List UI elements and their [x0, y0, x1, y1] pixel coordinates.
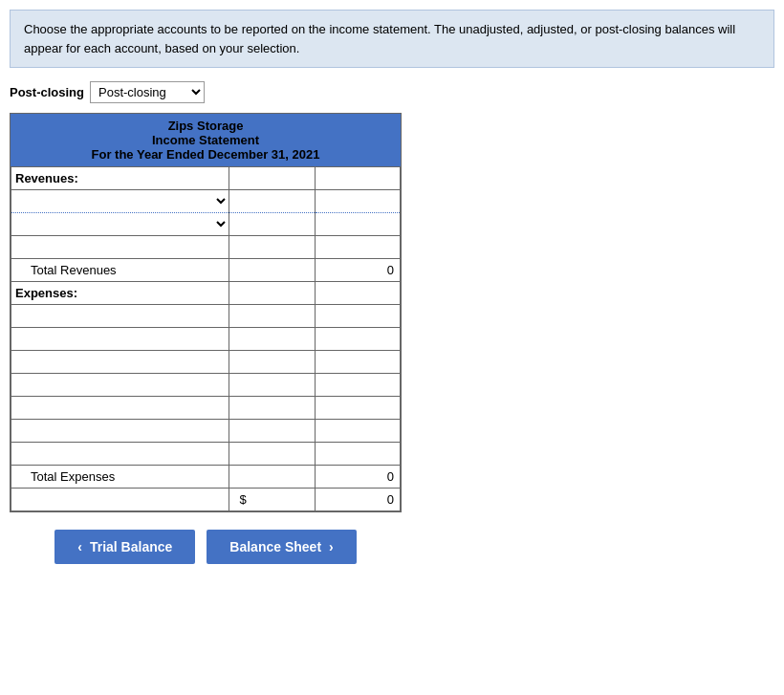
expense-account-2[interactable] — [11, 328, 229, 351]
revenue-row-2[interactable] — [11, 213, 401, 236]
revenue-amount1-2[interactable] — [229, 213, 315, 236]
expense-amount-input1-5[interactable] — [229, 397, 314, 419]
expense-row-7[interactable] — [11, 443, 401, 466]
expense-account-3[interactable] — [11, 351, 229, 374]
total-expenses-value: 0 — [315, 466, 400, 489]
instruction-box: Choose the appropriate accounts to be re… — [10, 10, 774, 68]
expense-amount1-6[interactable] — [229, 420, 315, 443]
expense-row-2[interactable] — [11, 328, 401, 351]
statement-period: For the Year Ended December 31, 2021 — [14, 147, 397, 162]
revenues-col1 — [229, 167, 315, 190]
balance-sheet-button[interactable]: Balance Sheet › — [207, 530, 356, 564]
revenue-account-select-2[interactable] — [11, 213, 229, 236]
expense-amount-input1-2[interactable] — [229, 328, 314, 350]
revenue-spacer-row — [11, 236, 401, 259]
revenue-amount-input1-2[interactable] — [229, 213, 314, 235]
expense-row-4[interactable] — [11, 374, 401, 397]
expense-account-7[interactable] — [11, 443, 229, 466]
expense-row-6[interactable] — [11, 420, 401, 443]
filter-row: Post-closing Unadjusted Adjusted Post-cl… — [10, 81, 774, 103]
expense-amount-input1-1[interactable] — [229, 305, 314, 327]
expense-amount-input1-3[interactable] — [229, 351, 314, 373]
revenue-row-1[interactable] — [11, 190, 401, 213]
expense-row-5[interactable] — [11, 397, 401, 420]
expense-account-6[interactable] — [11, 420, 229, 443]
total-revenues-label: Total Revenues — [11, 259, 229, 282]
expense-input-6[interactable] — [11, 420, 229, 442]
income-statement: Zips Storage Income Statement For the Ye… — [10, 113, 402, 512]
expense-amount2-7[interactable] — [315, 443, 400, 466]
expense-input-3[interactable] — [11, 351, 229, 373]
balance-type-select[interactable]: Unadjusted Adjusted Post-closing — [90, 81, 205, 103]
expense-amount1-7[interactable] — [229, 443, 315, 466]
expense-amount-input1-4[interactable] — [229, 374, 314, 396]
expense-amount-input2-7[interactable] — [316, 443, 400, 465]
revenue-account-select-1[interactable] — [11, 190, 229, 213]
expense-amount2-2[interactable] — [315, 328, 400, 351]
total-revenues-value: 0 — [315, 259, 400, 282]
expense-amount1-4[interactable] — [229, 374, 315, 397]
expense-amount2-5[interactable] — [315, 397, 400, 420]
revenue-amount2-2[interactable] — [315, 213, 400, 236]
revenue-amount-input1-1[interactable] — [229, 190, 314, 212]
next-icon: › — [329, 539, 334, 554]
expense-account-5[interactable] — [11, 397, 229, 420]
revenues-label: Revenues: — [11, 167, 229, 190]
expense-amount-input1-6[interactable] — [229, 420, 314, 442]
expense-input-7[interactable] — [11, 443, 229, 465]
net-income-dollar-cell: $ — [229, 489, 315, 511]
expenses-label: Expenses: — [11, 282, 229, 305]
total-expenses-col1 — [229, 466, 315, 489]
statement-title: Income Statement — [14, 133, 397, 147]
trial-balance-label: Trial Balance — [90, 539, 172, 554]
net-income-label-cell[interactable] — [11, 489, 229, 511]
expense-amount1-5[interactable] — [229, 397, 315, 420]
net-income-value: 0 — [315, 489, 400, 511]
dropdown-label: Post-closing — [10, 85, 84, 99]
total-expenses-row: Total Expenses 0 — [11, 466, 401, 489]
balance-sheet-label: Balance Sheet — [229, 539, 321, 554]
expenses-section-row: Expenses: — [11, 282, 401, 305]
expense-amount-input1-7[interactable] — [229, 443, 314, 465]
net-income-row: $ 0 — [11, 489, 401, 511]
expense-amount-input2-4[interactable] — [316, 374, 400, 396]
trial-balance-button[interactable]: ‹ Trial Balance — [54, 530, 195, 564]
revenue-amount-input2-2[interactable] — [316, 213, 400, 235]
expense-row-1[interactable] — [11, 305, 401, 328]
revenues-section-row: Revenues: — [11, 167, 401, 190]
expense-amount2-4[interactable] — [315, 374, 400, 397]
expense-input-4[interactable] — [11, 374, 229, 396]
prev-icon: ‹ — [77, 539, 82, 554]
net-income-label-input[interactable] — [11, 489, 229, 510]
expense-input-1[interactable] — [11, 305, 229, 327]
nav-buttons: ‹ Trial Balance Balance Sheet › — [10, 530, 402, 564]
revenue-amount-input2-1[interactable] — [316, 190, 400, 212]
expense-amount2-3[interactable] — [315, 351, 400, 374]
expense-amount1-2[interactable] — [229, 328, 315, 351]
expense-input-5[interactable] — [11, 397, 229, 419]
expense-amount-input2-5[interactable] — [316, 397, 400, 419]
total-revenues-row: Total Revenues 0 — [11, 259, 401, 282]
expense-account-4[interactable] — [11, 374, 229, 397]
expense-amount-input2-6[interactable] — [316, 420, 400, 442]
revenue-account-dropdown-1[interactable] — [11, 190, 229, 212]
expense-amount1-1[interactable] — [229, 305, 315, 328]
statement-header: Zips Storage Income Statement For the Ye… — [11, 114, 401, 166]
instruction-text: Choose the appropriate accounts to be re… — [24, 22, 735, 55]
company-name: Zips Storage — [14, 119, 397, 133]
expense-row-3[interactable] — [11, 351, 401, 374]
statement-table: Revenues: — [11, 166, 401, 511]
expense-amount2-1[interactable] — [315, 305, 400, 328]
expense-input-2[interactable] — [11, 328, 229, 350]
expense-amount2-6[interactable] — [315, 420, 400, 443]
expense-account-1[interactable] — [11, 305, 229, 328]
revenue-amount1-1[interactable] — [229, 190, 315, 213]
expense-amount-input2-2[interactable] — [316, 328, 400, 350]
revenue-account-dropdown-2[interactable] — [11, 213, 229, 235]
revenues-col2 — [315, 167, 400, 190]
revenue-amount2-1[interactable] — [315, 190, 400, 213]
total-revenues-col1 — [229, 259, 315, 282]
expense-amount-input2-1[interactable] — [316, 305, 400, 327]
expense-amount1-3[interactable] — [229, 351, 315, 374]
expense-amount-input2-3[interactable] — [316, 351, 400, 373]
